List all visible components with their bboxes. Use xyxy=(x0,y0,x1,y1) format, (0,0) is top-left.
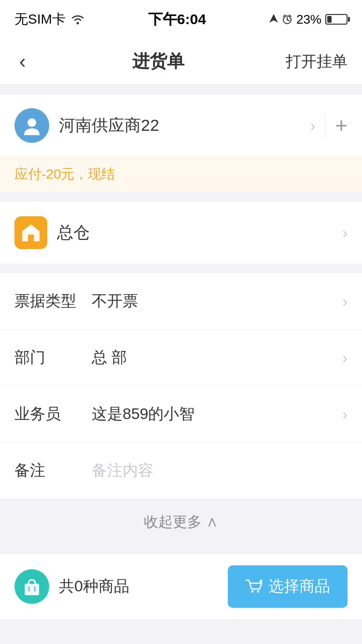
warehouse-icon xyxy=(21,224,41,241)
page-background xyxy=(0,619,362,644)
open-pending-button[interactable]: 打开挂单 xyxy=(286,51,348,72)
carrier-label: 无SIM卡 xyxy=(14,10,66,28)
page-title: 进货单 xyxy=(132,50,184,73)
status-time: 下午6:04 xyxy=(148,10,206,29)
divider xyxy=(325,113,325,138)
remark-row[interactable]: 备注 备注内容 xyxy=(0,442,362,499)
warehouse-name: 总仓 xyxy=(57,222,342,244)
invoice-row[interactable]: 票据类型 不开票 › xyxy=(0,273,362,329)
supplier-name: 河南供应商22 xyxy=(59,114,310,137)
add-supplier-button[interactable]: + xyxy=(335,113,348,138)
product-bar-section: 共0种商品 选择商品 xyxy=(0,553,362,619)
dept-value: 总 部 xyxy=(82,347,342,368)
nav-bar: ‹ 进货单 打开挂单 xyxy=(0,39,362,85)
product-bar: 共0种商品 选择商品 xyxy=(0,553,362,619)
status-bar: 无SIM卡 下午6:04 23% xyxy=(0,0,362,39)
remark-key: 备注 xyxy=(14,460,82,481)
alarm-icon xyxy=(282,14,292,25)
battery-icon xyxy=(325,14,348,25)
warehouse-section: 总仓 › xyxy=(0,202,362,264)
salesman-key: 业务员 xyxy=(14,404,82,425)
dept-key: 部门 xyxy=(14,347,82,368)
product-icon-wrap xyxy=(14,569,49,604)
dept-chevron-icon: › xyxy=(342,349,348,367)
svg-point-4 xyxy=(28,118,36,127)
section-gap-2 xyxy=(0,192,362,202)
wifi-icon xyxy=(70,14,85,25)
section-gap-4 xyxy=(0,546,362,553)
section-gap-1 xyxy=(0,85,362,95)
invoice-key: 票据类型 xyxy=(14,291,82,312)
salesman-row[interactable]: 业务员 这是859的小智 › xyxy=(0,386,362,442)
status-right: 23% xyxy=(269,12,348,27)
supplier-chevron-icon: › xyxy=(310,117,316,135)
svg-line-3 xyxy=(287,20,289,21)
product-count-label: 共0种商品 xyxy=(59,576,218,597)
remark-input[interactable]: 备注内容 xyxy=(82,460,348,481)
battery-label: 23% xyxy=(296,12,321,27)
section-gap-3 xyxy=(0,264,362,273)
svg-rect-6 xyxy=(25,584,39,595)
warning-banner: 应付-20元，现结 xyxy=(0,156,362,192)
status-left: 无SIM卡 xyxy=(14,10,85,28)
warning-text: 应付-20元，现结 xyxy=(14,167,115,182)
supplier-avatar xyxy=(14,108,49,143)
invoice-value: 不开票 xyxy=(82,291,342,312)
cart-icon xyxy=(245,579,263,594)
svg-rect-5 xyxy=(28,235,34,241)
svg-point-10 xyxy=(257,590,260,593)
supplier-row[interactable]: 河南供应商22 › + xyxy=(0,95,362,156)
salesman-chevron-icon: › xyxy=(342,406,348,423)
svg-point-0 xyxy=(76,22,79,25)
collapse-button[interactable]: 收起更多 ∧ xyxy=(0,499,362,546)
select-product-button[interactable]: 选择商品 xyxy=(228,565,348,608)
shopping-bag-icon xyxy=(22,577,42,596)
supplier-section: 河南供应商22 › + 应付-20元，现结 xyxy=(0,95,362,192)
back-button[interactable]: ‹ xyxy=(14,46,30,77)
salesman-value: 这是859的小智 xyxy=(82,404,342,425)
invoice-chevron-icon: › xyxy=(342,293,348,310)
dept-row[interactable]: 部门 总 部 › xyxy=(0,329,362,386)
warehouse-icon-wrap xyxy=(14,216,47,249)
avatar-icon xyxy=(21,115,42,136)
warehouse-chevron-icon: › xyxy=(342,224,348,242)
supplier-actions: › + xyxy=(310,113,348,138)
select-product-label: 选择商品 xyxy=(268,576,330,597)
location-icon xyxy=(269,14,278,25)
battery-fill xyxy=(327,16,332,23)
form-section: 票据类型 不开票 › 部门 总 部 › 业务员 这是859的小智 › 备注 备注… xyxy=(0,273,362,499)
svg-point-9 xyxy=(251,590,254,593)
warehouse-row[interactable]: 总仓 › xyxy=(0,202,362,264)
